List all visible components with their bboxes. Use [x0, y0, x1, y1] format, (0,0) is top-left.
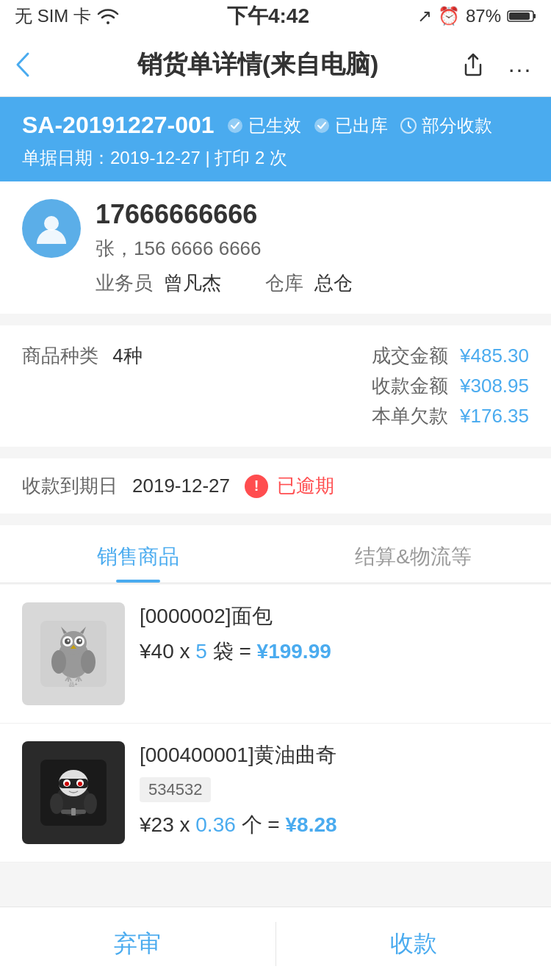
- salesperson-info: 业务员 曾凡杰: [96, 270, 221, 296]
- overdue-icon: !: [245, 475, 268, 498]
- warehouse-label: 仓库: [265, 272, 303, 294]
- summary-left: 商品种类 4种: [22, 343, 143, 429]
- salesperson-label: 业务员: [96, 272, 153, 294]
- product-qty-2: 0.36: [195, 813, 236, 836]
- customer-name-phone: 张，156 6666 6666: [96, 236, 529, 262]
- table-row: [000400001]黄油曲奇 534532 ¥23 x 0.36 个 = ¥8…: [0, 724, 551, 862]
- svg-point-35: [78, 782, 82, 786]
- tab-sales-goods[interactable]: 销售商品: [0, 525, 276, 583]
- deal-amount-label: 成交金额: [372, 343, 448, 369]
- location-icon: ↗: [417, 6, 432, 26]
- summary-right: 成交金额 ¥485.30 收款金额 ¥308.95 本单欠款 ¥176.35: [372, 343, 529, 429]
- person-icon: [33, 210, 70, 247]
- status-right: ↗ ⏰ 87%: [417, 6, 536, 26]
- battery-icon: [507, 9, 536, 24]
- payment-row: 收款金额 ¥308.95: [372, 373, 529, 399]
- product-name-2: [000400001]黄油曲奇: [140, 741, 529, 769]
- svg-point-16: [68, 640, 70, 642]
- due-date-label: 收款到期日: [22, 473, 118, 499]
- svg-point-6: [44, 216, 59, 231]
- goods-count: 商品种类 4种: [22, 343, 143, 369]
- svg-point-4: [314, 118, 329, 133]
- summary-section: 商品种类 4种 成交金额 ¥485.30 收款金额 ¥308.95 本单欠款 ¥…: [0, 325, 551, 447]
- overdue-text: 已逾期: [277, 473, 334, 499]
- product-unit-2: 个: [242, 813, 262, 836]
- battery-text: 87%: [466, 6, 501, 26]
- svg-rect-39: [71, 808, 76, 815]
- header-banner: SA-20191227-001 已生效 已出库 部分收款 单据日期：2019-1…: [0, 97, 551, 181]
- status-bar: 无 SIM 卡 下午4:42 ↗ ⏰ 87%: [0, 0, 551, 32]
- status-left: 无 SIM 卡: [15, 4, 119, 28]
- more-button[interactable]: ...: [504, 48, 536, 81]
- arrears-label: 本单欠款: [372, 403, 448, 429]
- product-image-1: 品+: [22, 602, 125, 705]
- due-date-section: 收款到期日 2019-12-27 ! 已逾期: [0, 458, 551, 514]
- goods-count-value: 4种: [112, 345, 142, 367]
- svg-rect-31: [59, 779, 88, 788]
- check-icon-2: [313, 117, 331, 134]
- product-name-1: [0000002]面包: [140, 602, 529, 630]
- product-image-2: [22, 741, 125, 844]
- salesperson-value: 曾凡杰: [164, 272, 221, 294]
- alarm-icon: ⏰: [438, 6, 460, 26]
- arrears-value: ¥176.35: [460, 405, 529, 428]
- check-icon-1: [226, 117, 244, 134]
- table-row: 品+ [0000002]面包 ¥40 x 5 袋 = ¥199.99: [0, 585, 551, 724]
- goods-type-label: 商品种类: [22, 345, 98, 367]
- nav-bar: 销货单详情(来自电脑) ...: [0, 32, 551, 97]
- doc-date: 单据日期：2019-12-27 | 打印 2 次: [22, 146, 529, 170]
- wifi-icon: [97, 8, 119, 24]
- status-badge-3: 部分收款: [400, 114, 492, 137]
- confirm-button[interactable]: 收款: [276, 907, 552, 980]
- svg-rect-2: [509, 12, 530, 20]
- order-id: SA-20191227-001: [22, 112, 215, 139]
- share-button[interactable]: [457, 48, 489, 81]
- product-details-2: [000400001]黄油曲奇 534532 ¥23 x 0.36 个 = ¥8…: [140, 741, 529, 839]
- product-unit-1: 袋: [213, 640, 234, 663]
- product-sku-2: 534532: [140, 777, 211, 802]
- tab-settlement[interactable]: 结算&物流等: [276, 525, 551, 583]
- carrier-text: 无 SIM 卡: [15, 4, 91, 28]
- status-time: 下午4:42: [227, 2, 309, 30]
- payment-value: ¥308.95: [460, 375, 529, 397]
- customer-meta: 业务员 曾凡杰 仓库 总仓: [96, 270, 529, 296]
- cancel-button[interactable]: 弃审: [0, 907, 276, 980]
- product-total-2: ¥8.28: [285, 813, 336, 836]
- product-price-2: ¥23 x 0.36 个 = ¥8.28: [140, 811, 529, 839]
- svg-point-19: [51, 650, 66, 674]
- back-button[interactable]: [15, 51, 59, 79]
- product-total-1: ¥199.99: [257, 640, 331, 663]
- customer-id: 17666666666: [96, 199, 529, 230]
- owl-icon-light: 品+: [40, 621, 107, 687]
- svg-point-34: [65, 782, 69, 786]
- warehouse-info: 仓库 总仓: [265, 270, 353, 296]
- svg-rect-1: [533, 14, 536, 18]
- product-price-1: ¥40 x 5 袋 = ¥199.99: [140, 638, 529, 666]
- product-list: 品+ [0000002]面包 ¥40 x 5 袋 = ¥199.99: [0, 585, 551, 862]
- tabs: 销售商品 结算&物流等: [0, 525, 551, 583]
- arrears-row: 本单欠款 ¥176.35: [372, 403, 529, 429]
- product-unit-price-1: ¥40: [140, 640, 174, 663]
- avatar: [22, 199, 81, 258]
- product-qty-1: 5: [195, 640, 207, 663]
- product-unit-price-2: ¥23: [140, 813, 174, 836]
- due-date-value: 2019-12-27: [132, 475, 230, 497]
- page-title: 销货单详情(来自电脑): [59, 48, 457, 82]
- deal-amount-value: ¥485.30: [460, 345, 529, 367]
- warehouse-value: 总仓: [314, 272, 353, 294]
- payment-label: 收款金额: [372, 373, 448, 399]
- svg-point-3: [228, 118, 242, 133]
- nav-actions: ...: [457, 48, 536, 81]
- customer-info: 17666666666 张，156 6666 6666 业务员 曾凡杰 仓库 总…: [96, 199, 529, 296]
- product-details-1: [0000002]面包 ¥40 x 5 袋 = ¥199.99: [140, 602, 529, 666]
- svg-point-20: [81, 650, 96, 674]
- svg-text:品+: 品+: [69, 682, 77, 687]
- clock-icon: [400, 117, 417, 134]
- status-badge-1: 已生效: [226, 114, 301, 137]
- bottom-bar: 弃审 收款: [0, 907, 551, 980]
- status-badge-2: 已出库: [313, 114, 388, 137]
- customer-section: 17666666666 张，156 6666 6666 业务员 曾凡杰 仓库 总…: [0, 181, 551, 314]
- deal-amount-row: 成交金额 ¥485.30: [372, 343, 529, 369]
- svg-point-17: [79, 640, 82, 642]
- owl-icon-dark: [40, 760, 107, 826]
